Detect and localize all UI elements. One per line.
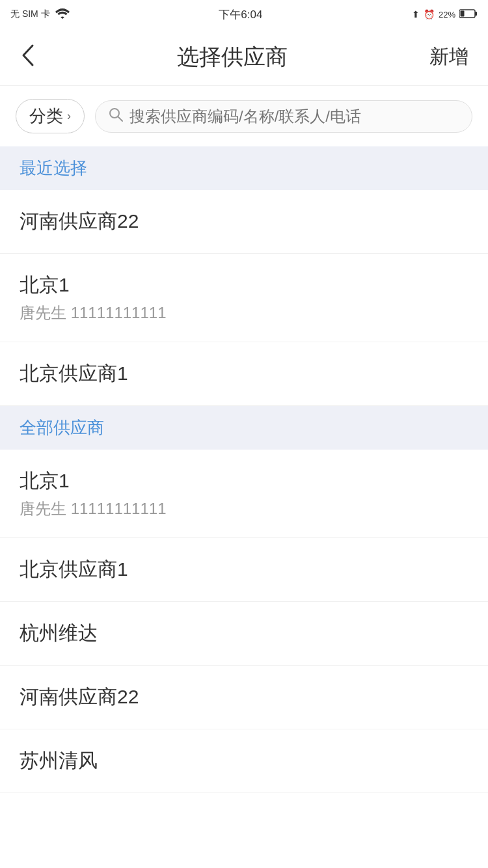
- all-section-header: 全部供应商: [0, 406, 488, 450]
- item-name: 河南供应商22: [20, 684, 468, 711]
- svg-rect-2: [460, 10, 464, 16]
- status-left: 无 SIM 卡: [10, 8, 70, 21]
- battery-icon: [459, 9, 478, 20]
- all-section-title: 全部供应商: [20, 418, 104, 437]
- list-item[interactable]: 北京1 唐先生 11111111111: [0, 254, 488, 342]
- item-contact: 唐先生 11111111111: [20, 498, 468, 519]
- add-button[interactable]: 新增: [429, 44, 468, 70]
- item-name: 北京1: [20, 272, 468, 299]
- status-right: ⬆ ⏰ 22%: [412, 9, 478, 20]
- status-time: 下午6:04: [219, 7, 262, 22]
- list-item[interactable]: 河南供应商22: [0, 190, 488, 254]
- category-button[interactable]: 分类 ›: [16, 99, 85, 133]
- filter-bar: 分类 ›: [0, 86, 488, 146]
- recent-list: 河南供应商22 北京1 唐先生 11111111111 北京供应商1: [0, 190, 488, 406]
- page-title: 选择供应商: [177, 42, 288, 72]
- list-item[interactable]: 北京供应商1: [0, 342, 488, 406]
- list-item[interactable]: 河南供应商22: [0, 666, 488, 729]
- search-input[interactable]: [129, 107, 459, 126]
- item-contact: 唐先生 11111111111: [20, 303, 468, 323]
- location-icon: ⬆: [412, 9, 420, 20]
- status-bar: 无 SIM 卡 下午6:04 ⬆ ⏰ 22%: [0, 0, 488, 29]
- svg-rect-1: [475, 12, 477, 16]
- all-list: 北京1 唐先生 11111111111 北京供应商1 杭州维达 河南供应商22 …: [0, 450, 488, 793]
- svg-line-4: [118, 116, 123, 121]
- item-name: 北京供应商1: [20, 360, 468, 387]
- chevron-right-icon: ›: [67, 109, 71, 123]
- item-name: 苏州清风: [20, 748, 468, 774]
- item-name: 杭州维达: [20, 620, 468, 647]
- category-label: 分类: [29, 105, 63, 128]
- alarm-icon: ⏰: [424, 9, 435, 20]
- no-sim-text: 无 SIM 卡: [10, 8, 50, 20]
- nav-bar: 选择供应商 新增: [0, 29, 488, 86]
- item-name: 河南供应商22: [20, 208, 468, 235]
- recent-section-header: 最近选择: [0, 146, 488, 190]
- search-icon: [109, 107, 123, 126]
- battery-text: 22%: [439, 10, 455, 20]
- back-button[interactable]: [20, 43, 35, 72]
- list-item[interactable]: 北京供应商1: [0, 538, 488, 602]
- list-item[interactable]: 杭州维达: [0, 602, 488, 666]
- item-name: 北京1: [20, 468, 468, 495]
- list-item[interactable]: 苏州清风: [0, 729, 488, 793]
- item-name: 北京供应商1: [20, 556, 468, 583]
- search-box: [95, 100, 472, 133]
- wifi-icon: [55, 8, 70, 21]
- recent-section-title: 最近选择: [20, 158, 87, 178]
- list-item[interactable]: 北京1 唐先生 11111111111: [0, 450, 488, 538]
